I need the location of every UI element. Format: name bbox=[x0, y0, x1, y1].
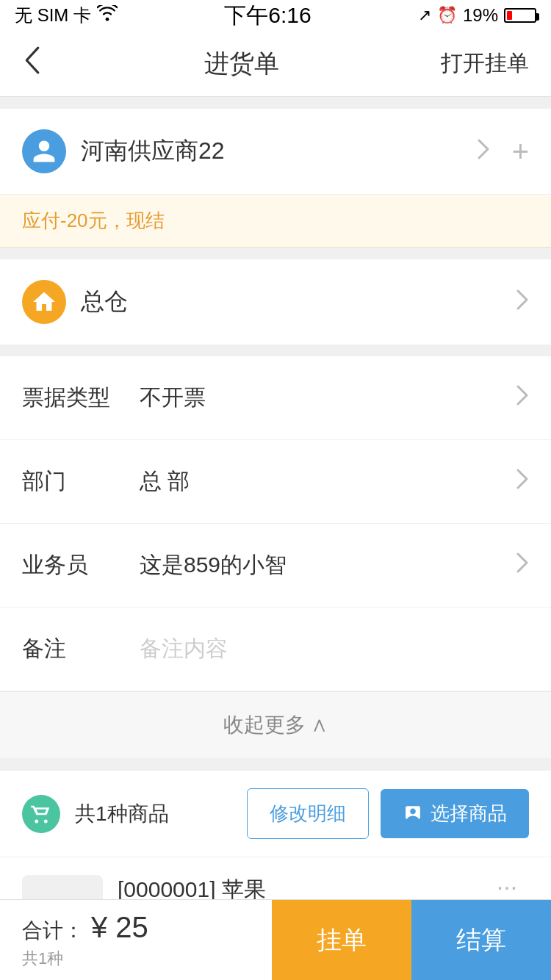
warehouse-name: 总仓 bbox=[81, 286, 516, 318]
form-section: 票据类型 不开票 部门 总 部 业务员 这是859的小智 备注 备注内容 bbox=[0, 356, 551, 758]
invoice-type-row[interactable]: 票据类型 不开票 bbox=[0, 356, 551, 440]
status-bar-left: 无 SIM 卡 bbox=[15, 4, 118, 27]
remark-row[interactable]: 备注 备注内容 bbox=[0, 608, 551, 691]
balance-notice: 应付-20元，现结 bbox=[0, 195, 551, 248]
wifi-icon bbox=[97, 5, 118, 26]
department-value: 总 部 bbox=[125, 466, 516, 497]
back-button[interactable] bbox=[22, 44, 43, 83]
select-product-icon bbox=[403, 804, 423, 824]
status-time: 下午6:16 bbox=[224, 1, 311, 31]
remark-label: 备注 bbox=[22, 634, 125, 664]
divider-1 bbox=[0, 248, 551, 259]
warehouse-icon bbox=[22, 280, 66, 324]
page-title: 进货单 bbox=[204, 47, 279, 81]
invoice-type-value: 不开票 bbox=[125, 383, 516, 413]
status-bar: 无 SIM 卡 下午6:16 ↗ ⏰ 19% bbox=[0, 0, 551, 31]
invoice-type-label: 票据类型 bbox=[22, 383, 125, 413]
salesman-value: 这是859的小智 bbox=[125, 550, 516, 580]
battery-icon bbox=[504, 8, 536, 23]
invoice-chevron-icon bbox=[516, 384, 529, 411]
total-row: 合计： ¥ 25 bbox=[22, 911, 250, 945]
supplier-row[interactable]: 河南供应商22 + bbox=[0, 109, 551, 195]
salesman-label: 业务员 bbox=[22, 550, 125, 580]
bottom-total: 合计： ¥ 25 共1种 bbox=[0, 900, 272, 980]
total-sub: 共1种 bbox=[22, 948, 250, 970]
warehouse-section: 总仓 bbox=[0, 259, 551, 345]
salesman-chevron-icon bbox=[516, 552, 529, 579]
supplier-name: 河南供应商22 bbox=[81, 135, 477, 167]
nav-bar: 进货单 打开挂单 bbox=[0, 31, 551, 97]
collapse-row[interactable]: 收起更多 ∧ bbox=[0, 691, 551, 758]
department-row[interactable]: 部门 总 部 bbox=[0, 440, 551, 524]
supplier-section: 河南供应商22 + 应付-20元，现结 bbox=[0, 109, 551, 248]
supplier-chevron-icon bbox=[477, 138, 490, 165]
salesman-row[interactable]: 业务员 这是859的小智 bbox=[0, 524, 551, 608]
total-label: 合计： bbox=[22, 917, 84, 945]
battery-text: 19% bbox=[463, 5, 498, 26]
total-amount: ¥ 25 bbox=[91, 911, 148, 944]
status-bar-right: ↗ ⏰ 19% bbox=[418, 5, 536, 26]
department-label: 部门 bbox=[22, 466, 125, 497]
product-code: [0000001] bbox=[118, 877, 222, 901]
divider-3 bbox=[0, 758, 551, 770]
product-count-icon bbox=[22, 795, 60, 833]
location-icon: ↗ bbox=[418, 6, 431, 25]
carrier-text: 无 SIM 卡 bbox=[15, 4, 91, 27]
bottom-bar: 合计： ¥ 25 共1种 挂单 结算 bbox=[0, 899, 551, 980]
department-chevron-icon bbox=[516, 468, 529, 495]
product-more-button[interactable]: ··· bbox=[485, 875, 529, 897]
warehouse-chevron-icon bbox=[516, 289, 529, 316]
select-product-label: 选择商品 bbox=[431, 801, 507, 826]
supplier-avatar bbox=[22, 129, 66, 173]
hang-button[interactable]: 挂单 bbox=[272, 900, 411, 980]
modify-detail-button[interactable]: 修改明细 bbox=[247, 788, 369, 839]
select-product-button[interactable]: 选择商品 bbox=[381, 789, 529, 838]
divider-top bbox=[0, 97, 551, 109]
warehouse-row[interactable]: 总仓 bbox=[0, 259, 551, 345]
collapse-label: 收起更多 ∧ bbox=[223, 713, 328, 736]
remark-input[interactable]: 备注内容 bbox=[125, 634, 529, 664]
add-supplier-button[interactable]: + bbox=[512, 135, 529, 168]
open-hang-button[interactable]: 打开挂单 bbox=[441, 48, 529, 79]
divider-2 bbox=[0, 345, 551, 356]
checkout-button[interactable]: 结算 bbox=[411, 900, 551, 980]
product-header: 共1种商品 修改明细 选择商品 bbox=[0, 770, 551, 857]
product-count-label: 共1种商品 bbox=[75, 800, 247, 828]
alarm-icon: ⏰ bbox=[437, 6, 457, 25]
product-title: 苹果 bbox=[222, 877, 266, 901]
